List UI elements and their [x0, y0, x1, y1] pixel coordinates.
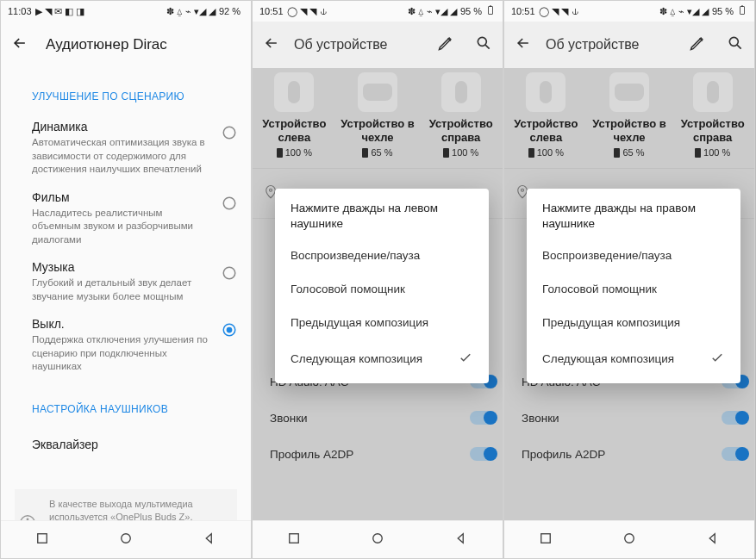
device-image: [609, 72, 649, 112]
device-left: Устройство слева 100 %: [504, 72, 588, 158]
nav-bar: [1, 520, 251, 558]
device-image: [358, 72, 397, 112]
battery-icon: [528, 148, 534, 158]
device-case: Устройство в чехле 65 %: [336, 72, 420, 158]
svg-point-23: [625, 533, 634, 543]
status-time: 11:03: [8, 6, 32, 16]
section-scenario: УЛУЧШЕНИЕ ПО СЦЕНАРИЮ: [1, 68, 251, 113]
nav-back-icon[interactable]: [453, 531, 469, 550]
status-sys-icons: ✽ ⍙ ⌁ ▾◢ ◢: [408, 6, 457, 17]
nav-back-icon[interactable]: [202, 531, 217, 550]
popup-option-prev-track[interactable]: Предыдущая композиция: [275, 306, 489, 339]
svg-point-11: [122, 533, 131, 543]
switch-icon[interactable]: [722, 411, 747, 425]
header: Об устройстве: [504, 22, 754, 68]
svg-point-20: [729, 37, 738, 46]
popup-option-next-track[interactable]: Следующая композиция: [275, 339, 489, 378]
device-name: Устройство слева: [504, 117, 588, 144]
svg-point-2: [223, 127, 235, 139]
device-name: Устройство слева: [253, 117, 336, 144]
popup-option-prev-track[interactable]: Предыдущая композиция: [527, 306, 740, 339]
option-desc: Автоматическая оптимизация звука в завис…: [32, 136, 213, 177]
nav-recents-icon[interactable]: [538, 531, 553, 550]
device-name: Устройство справа: [671, 117, 754, 144]
edit-icon[interactable]: [689, 34, 706, 55]
header: Аудиотюнер Dirac: [1, 22, 251, 68]
option-off[interactable]: Выкл. Поддержка отключения улучшения по …: [1, 310, 251, 381]
radio-icon-selected[interactable]: [222, 322, 237, 338]
switch-icon[interactable]: [470, 447, 496, 461]
equalizer-row[interactable]: Эквалайзер: [1, 425, 251, 463]
battery-icon: [443, 148, 449, 158]
section-headphones: НАСТРОЙКА НАУШНИКОВ: [1, 381, 251, 425]
devices-row: Устройство слева 100 % Устройство в чехл…: [253, 68, 503, 161]
svg-point-3: [223, 197, 235, 209]
option-title: Динамика: [32, 120, 213, 134]
option-title: Музыка: [32, 260, 213, 274]
status-battery: 95 %: [460, 6, 482, 16]
setting-calls[interactable]: Звонки: [522, 400, 754, 436]
svg-rect-18: [740, 7, 745, 15]
option-desc: Поддержка отключения улучшения по сценар…: [32, 333, 213, 374]
nav-home-icon[interactable]: [118, 531, 134, 550]
svg-point-15: [270, 189, 272, 191]
nav-home-icon[interactable]: [622, 531, 637, 550]
nav-recents-icon[interactable]: [286, 531, 302, 550]
popup-option-voice-assistant[interactable]: Голосовой помощник: [527, 272, 740, 306]
option-film[interactable]: Фильм Насладитесь реалистичным объемным …: [1, 183, 251, 254]
battery-icon: [485, 5, 496, 17]
page-title: Об устройстве: [546, 37, 675, 53]
status-notif-icons: ◯ ◥ ◥ ⫝: [287, 6, 328, 17]
nav-recents-icon[interactable]: [34, 531, 50, 550]
option-desc: Насладитесь реалистичным объемным звуком…: [32, 207, 213, 247]
back-icon[interactable]: [11, 34, 28, 55]
radio-icon[interactable]: [222, 125, 237, 140]
switch-icon[interactable]: [470, 411, 496, 425]
status-sys-icons: ✽ ⍙ ⌁ ▾◢ ◢: [166, 6, 216, 17]
popup-option-play-pause[interactable]: Воспроизведение/пауза: [527, 239, 740, 272]
nav-back-icon[interactable]: [705, 531, 721, 550]
page-title: Об устройстве: [294, 37, 423, 53]
setting-a2dp[interactable]: Профиль A2DP: [522, 436, 754, 472]
battery-icon: [737, 5, 747, 17]
option-title: Выкл.: [32, 317, 213, 331]
popup-title: Нажмите дважды на правом наушнике: [527, 201, 740, 239]
check-icon: [458, 350, 473, 368]
setting-a2dp[interactable]: Профиль A2DP: [270, 436, 503, 472]
search-icon[interactable]: [475, 34, 492, 55]
header: Об устройстве: [253, 22, 503, 68]
popup-option-next-track[interactable]: Следующая композиция: [527, 339, 740, 378]
svg-rect-22: [541, 533, 551, 543]
device-case: Устройство в чехле 65 %: [588, 72, 672, 158]
status-bar: 11:03 ▶ ◥ ✉ ◧ ◨ ✽ ⍙ ⌁ ▾◢ ◢ 92 %: [1, 1, 251, 22]
status-bar: 10:51 ◯ ◥ ◥ ⫝ ✽ ⍙ ⌁ ▾◢ ◢ 95 %: [253, 1, 503, 22]
option-dynamics[interactable]: Динамика Автоматическая оптимизация звук…: [1, 113, 251, 183]
switch-icon[interactable]: [722, 447, 747, 461]
radio-icon[interactable]: [222, 196, 237, 211]
edit-icon[interactable]: [437, 34, 454, 55]
svg-rect-16: [290, 533, 299, 543]
nav-bar: [253, 520, 503, 558]
device-name: Устройство в чехле: [336, 117, 420, 144]
devices-row: Устройство слева 100 % Устройство в чехл…: [504, 68, 754, 161]
popup-option-voice-assistant[interactable]: Голосовой помощник: [275, 272, 489, 306]
option-music[interactable]: Музыка Глубокий и детальный звук делает …: [1, 253, 251, 310]
device-battery: 100 %: [253, 147, 336, 158]
device-image: [441, 72, 481, 112]
device-image: [526, 72, 565, 112]
status-battery: 92 %: [219, 6, 241, 16]
device-right: Устройство справа 100 %: [419, 72, 503, 158]
device-right: Устройство справа 100 %: [671, 72, 754, 158]
svg-rect-19: [741, 6, 743, 7]
back-icon[interactable]: [263, 34, 280, 55]
search-icon[interactable]: [727, 34, 744, 55]
option-desc: Глубокий и детальный звук делает звучани…: [32, 276, 213, 303]
popup-option-play-pause[interactable]: Воспроизведение/пауза: [275, 239, 489, 272]
radio-icon[interactable]: [222, 265, 237, 281]
back-icon[interactable]: [515, 34, 532, 55]
nav-home-icon[interactable]: [370, 531, 385, 550]
setting-calls[interactable]: Звонки: [270, 400, 503, 436]
svg-point-21: [522, 189, 524, 191]
svg-point-14: [478, 37, 486, 46]
svg-point-6: [227, 327, 233, 333]
